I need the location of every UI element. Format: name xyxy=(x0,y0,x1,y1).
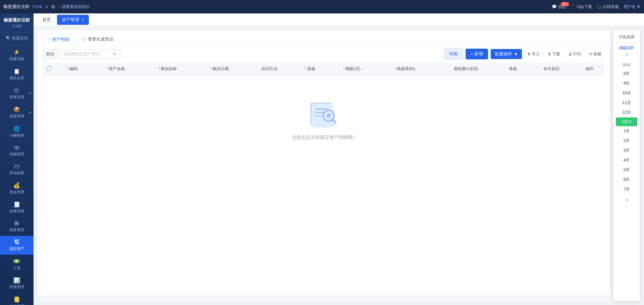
sub-tab-voucher[interactable]: 📄 变更生成凭证 xyxy=(76,34,119,45)
month-item-7[interactable]: 7月 xyxy=(613,185,640,194)
search-menu-button[interactable]: 🔍 搜索菜单 xyxy=(0,33,34,44)
sidebar-logo: 畅捷通好业财 专业版 xyxy=(0,13,34,33)
year-2022-label: 2022 xyxy=(613,61,640,69)
refresh-button[interactable]: ↻ 刷新 xyxy=(587,50,604,58)
tab-assets[interactable]: 资产管理 ✕ xyxy=(57,15,89,25)
tab-bar: 首页 资产管理 ✕ xyxy=(34,13,644,26)
settings-icon[interactable]: ⚙ xyxy=(51,4,55,9)
sidebar-item-project[interactable]: 📋 项目合同 xyxy=(0,65,34,84)
sidebar-item-operations[interactable]: 📊 经营管理 xyxy=(0,274,34,293)
top-bar: 畅捷通好业财 专业版 ▼ ⚙ ○ 我要看实例演示 💬 消息 99+ 📱 App下… xyxy=(0,0,644,13)
col-accumulated-depreciation: 期初累计折旧 xyxy=(433,63,498,75)
month-item-12[interactable]: 12月 xyxy=(613,108,640,117)
app-download-button[interactable]: 📱 App下载 xyxy=(571,4,592,10)
year-2023-highlighted[interactable]: 2023 xyxy=(616,117,637,126)
project-icon: 📋 xyxy=(13,68,20,74)
fund-icon: 💰 xyxy=(13,182,20,189)
month-panel-header: 月份选择 xyxy=(613,33,640,43)
refresh-icon: ↻ xyxy=(589,52,593,56)
sidebar-item-ledger[interactable]: 📒 总账管理 xyxy=(0,293,34,305)
list-icon: ≡ xyxy=(48,37,50,42)
import-button[interactable]: ⬇ 导入 xyxy=(525,50,542,58)
month-item-9[interactable]: 9月 xyxy=(613,79,640,88)
match-button[interactable]: 对账 xyxy=(444,49,463,59)
category-select[interactable]: 请选择固定资产类别 ▼ xyxy=(60,49,120,59)
sidebar-item-purchase[interactable]: 🛍 采购管理 xyxy=(0,141,34,160)
tax-icon: 🏛 xyxy=(14,220,19,226)
wholesale-arrow-icon: ▼ xyxy=(29,111,32,114)
online-service-button[interactable]: 🎧 在线客服 xyxy=(597,4,619,10)
phone-icon: 📱 xyxy=(571,4,576,9)
app-edition: 专业版 xyxy=(32,4,42,9)
col-code: *编码 xyxy=(55,63,90,75)
ledger-icon: 📒 xyxy=(13,296,20,303)
sidebar-item-quick-nav[interactable]: ⚡ 快捷导航 xyxy=(0,46,34,65)
demo-link[interactable]: ○ 我要看实例演示 xyxy=(58,4,90,10)
toolbar-right: 对账 + 新增 批量操作 ▼ ⬇ 导入 ⬇ 下载 xyxy=(444,49,604,59)
empty-state: 当前您还没有固定资产明细哦~ xyxy=(43,75,604,161)
inventory-icon: 🗃 xyxy=(14,163,19,169)
category-placeholder: 请选择固定资产类别 xyxy=(63,51,100,57)
headset-icon: 🎧 xyxy=(597,4,602,9)
month-item-11[interactable]: 11月 xyxy=(613,98,640,108)
col-purchase-date: *购买日期 xyxy=(194,63,246,75)
add-button[interactable]: + 新增 xyxy=(466,49,488,59)
title-dropdown-icon[interactable]: ▼ xyxy=(45,5,48,9)
assets-table: *编码 *资产名称 *类别名称 *购买日期 xyxy=(43,63,604,161)
select-all-checkbox[interactable] xyxy=(47,66,51,71)
sidebar-item-wholesale[interactable]: 📦 批发管理 ▼ xyxy=(0,103,34,122)
sidebar-item-assets[interactable]: 🏗 固定资产 xyxy=(0,236,34,255)
main-area: 首页 资产管理 ✕ ≡ 资产明细 📄 变更生成凭证 xyxy=(34,13,644,305)
import-icon: ⬇ xyxy=(527,52,531,56)
sidebar-item-ecommerce[interactable]: 🌐 小畅电商 xyxy=(0,122,34,141)
bottom-scrollbar[interactable] xyxy=(38,296,610,301)
main-layout: 畅捷通好业财 专业版 🔍 搜索菜单 ⚡ 快捷导航 📋 项目合同 🛒 零售管理 ▼… xyxy=(0,13,644,305)
sub-tab-detail[interactable]: ≡ 资产明细 xyxy=(43,34,74,45)
message-badge: 99+ xyxy=(561,2,569,6)
sidebar-nav: ⚡ 快捷导航 📋 项目合同 🛒 零售管理 ▼ 📦 批发管理 ▼ 🌐 小畅电商 xyxy=(0,44,34,305)
month-item-3[interactable]: 3月 xyxy=(613,146,640,155)
month-item-4[interactable]: 4月 xyxy=(613,155,640,165)
batch-dropdown-icon: ▼ xyxy=(514,52,518,57)
salary-icon: 💵 xyxy=(13,258,20,264)
month-item-2[interactable]: 2月 xyxy=(613,136,640,146)
batch-button[interactable]: 批量操作 ▼ xyxy=(491,49,522,59)
category-label: 类别 xyxy=(43,49,57,59)
sidebar-item-fund[interactable]: 💰 资金管理 xyxy=(0,179,34,198)
month-scroll-up-button[interactable]: ⌃ xyxy=(623,52,630,61)
doc-icon: 📄 xyxy=(81,37,86,42)
col-monthly-depreciation: 本月折旧 xyxy=(528,63,575,75)
wholesale-icon: 📦 xyxy=(13,106,20,113)
sidebar-item-inventory[interactable]: 🗃 库存核算 xyxy=(0,160,34,179)
ecommerce-icon: 🌐 xyxy=(13,125,20,132)
search-icon: 🔍 xyxy=(6,36,11,41)
download-button[interactable]: ⬇ 下载 xyxy=(545,50,563,58)
invoice-icon: 🧾 xyxy=(13,201,20,208)
sidebar-item-invoice[interactable]: 🧾 发票管理 xyxy=(0,198,34,217)
logo-edition: 专业版 xyxy=(3,24,31,29)
sidebar-item-retail[interactable]: 🛒 零售管理 ▼ xyxy=(0,84,34,103)
retail-arrow-icon: ▼ xyxy=(29,92,32,95)
message-button[interactable]: 💬 消息 99+ xyxy=(552,4,566,10)
month-item-8[interactable]: 8月 xyxy=(613,69,640,79)
top-bar-right: 💬 消息 99+ 📱 App下载 🎧 在线客服 用户名 ▼ xyxy=(552,4,641,10)
table-wrapper: *编码 *资产名称 *类别名称 *购买日期 xyxy=(38,63,610,296)
month-item-10[interactable]: 10月 xyxy=(613,88,640,98)
col-depreciation-method: 折旧方法 xyxy=(246,63,293,75)
sidebar-item-salary[interactable]: 💵 工资 xyxy=(0,255,34,274)
tab-close-icon[interactable]: ✕ xyxy=(81,17,84,22)
col-period: *期限(月) xyxy=(327,63,377,75)
content-area: ≡ 资产明细 📄 变更生成凭证 类别 请选择固定资产类别 ▼ xyxy=(34,26,644,305)
content-main: ≡ 资产明细 📄 变更生成凭证 类别 请选择固定资产类别 ▼ xyxy=(38,30,610,301)
print-button[interactable]: 🖨 打印 xyxy=(566,50,584,58)
toolbar: 类别 请选择固定资产类别 ▼ 对账 + 新增 批量操作 ▼ xyxy=(38,45,610,63)
month-item-1[interactable]: 1月 xyxy=(613,126,640,136)
month-item-6[interactable]: 6月 xyxy=(613,175,640,185)
month-item-5[interactable]: 5月 xyxy=(613,165,640,175)
tab-home[interactable]: 首页 xyxy=(38,15,56,25)
svg-rect-4 xyxy=(315,112,325,113)
app-title: 畅捷通好业财 xyxy=(3,4,30,10)
sidebar-item-tax[interactable]: 🏛 税务管理 xyxy=(0,217,34,236)
month-scroll-down-button[interactable]: ⌄ xyxy=(623,194,630,203)
user-avatar[interactable]: 用户名 ▼ xyxy=(624,4,641,10)
